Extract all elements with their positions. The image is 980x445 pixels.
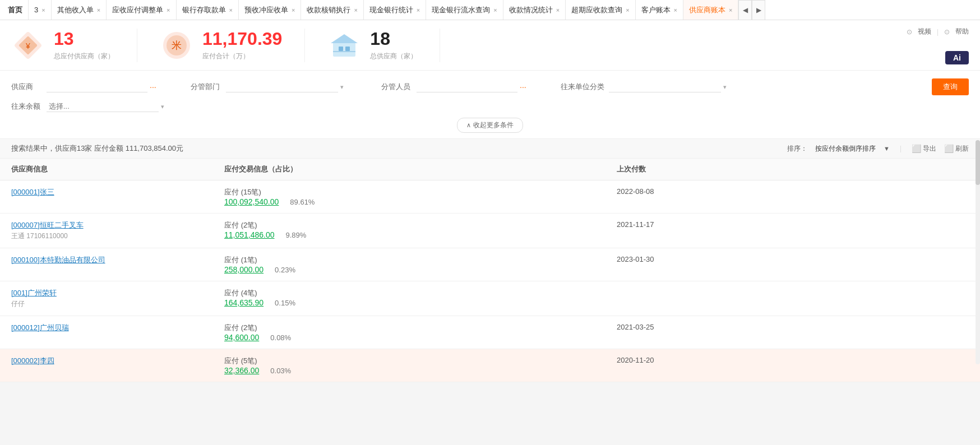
close-receipt-verify[interactable]: ×	[354, 7, 357, 13]
close-customer-account[interactable]: ×	[674, 7, 677, 13]
nav-tab-payable-adjust-label: 应收应付调整单	[112, 5, 163, 15]
table-row: [000001]张三应付 (15笔)100,092,540.0089.61%20…	[0, 180, 980, 214]
result-summary: 搜索结果中，供应商13家 应付金额 111,703,854.00元	[11, 143, 183, 154]
supplier-ellipsis[interactable]: ···	[150, 82, 156, 91]
close-cash-bank-flow[interactable]: ×	[493, 7, 497, 13]
rice-icon: 米	[160, 29, 193, 62]
export-button[interactable]: ⬜ 导出	[912, 144, 936, 154]
supplier-input[interactable]	[47, 81, 147, 92]
close-supplier-account[interactable]: ×	[729, 7, 732, 13]
nav-tab-home-label: 首页	[8, 5, 22, 15]
close-bank-deposit[interactable]: ×	[229, 7, 233, 13]
collapse-arrow-icon: ∧	[466, 122, 471, 129]
unit-category-label: 往来单位分类	[561, 82, 604, 92]
supplier-sub: 王通 17106110000	[11, 231, 202, 241]
nav-tab-prepay-receive[interactable]: 预收冲应收单 ×	[239, 0, 301, 20]
nav-arrow-right[interactable]: ▶	[752, 0, 765, 20]
scrollbar[interactable]	[976, 140, 980, 364]
tx-count: (2笔)	[241, 221, 257, 229]
svg-rect-8	[339, 47, 343, 51]
close-cash-bank-stat[interactable]: ×	[417, 7, 420, 13]
tx-info-cell: 应付 (1笔)258,000.000.23%	[213, 248, 605, 281]
video-link[interactable]: 视频	[918, 27, 931, 36]
search-row-2: 往来余额 ▾	[11, 101, 969, 112]
close-prepay-receive[interactable]: ×	[292, 7, 295, 13]
manager-label: 分管人员	[381, 82, 412, 92]
ai-button[interactable]: Ai	[945, 51, 969, 64]
scrollbar-thumb[interactable]	[976, 140, 980, 185]
supplier-info-cell: [000012]广州贝瑞	[0, 316, 213, 349]
result-bar: 搜索结果中，供应商13家 应付金额 111,703,854.00元 排序： 按应…	[0, 139, 980, 159]
balance-label: 往来余额	[11, 101, 42, 112]
nav-tab-payable-adjust[interactable]: 应收应付调整单 ×	[107, 0, 176, 20]
close-overdue-stat[interactable]: ×	[626, 7, 629, 13]
supplier-link[interactable]: [000002]李四	[11, 356, 54, 365]
supplier-link[interactable]: [000001]张三	[11, 188, 54, 196]
nav-tab-other-income[interactable]: 其他收入单 ×	[52, 0, 107, 20]
supplier-link[interactable]: [000012]广州贝瑞	[11, 323, 69, 332]
close-other-income[interactable]: ×	[97, 7, 100, 13]
nav-tab-other-income-label: 其他收入单	[57, 5, 94, 15]
stat-label-payable-amount: 应付合计（万）	[202, 52, 282, 61]
nav-tab-prepay-receive-label: 预收冲应收单	[244, 5, 288, 15]
supplier-link[interactable]: [000007]恒旺二手叉车	[11, 221, 84, 229]
unit-category-input[interactable]	[609, 81, 721, 92]
tx-count: (5笔)	[241, 356, 257, 365]
nav-tab-overdue-stat[interactable]: 超期应收款查询 ×	[566, 0, 635, 20]
tx-info-cell: 应付 (4笔)164,635.900.15%	[213, 281, 605, 316]
collapse-button[interactable]: ∧ 收起更多条件	[457, 118, 523, 133]
amount-link[interactable]: 100,092,540.00	[224, 197, 279, 206]
nav-tab-3[interactable]: 3 ×	[29, 0, 52, 20]
amount-link[interactable]: 258,000.00	[224, 265, 264, 274]
close-collection-stat[interactable]: ×	[556, 7, 560, 13]
sort-value[interactable]: 按应付余额倒序排序	[815, 144, 876, 154]
department-field: 分管部门 ▾	[191, 81, 370, 92]
tx-info-cell: 应付 (5笔)32,366.000.03%	[213, 349, 605, 382]
nav-arrow-left[interactable]: ◀	[738, 0, 752, 20]
stat-number-total-suppliers: 18	[370, 29, 417, 49]
table-row: [000012]广州贝瑞应付 (2笔)94,600.000.08%2021-03…	[0, 316, 980, 349]
export-icon: ⬜	[912, 144, 921, 153]
amount-link[interactable]: 32,366.00	[224, 366, 259, 375]
last-payment-date: 2023-01-30	[617, 255, 654, 263]
nav-tab-bank-deposit[interactable]: 银行存取款单 ×	[177, 0, 239, 20]
last-payment-cell: 2021-11-17	[605, 214, 980, 248]
manager-input[interactable]	[417, 81, 517, 92]
balance-input[interactable]	[47, 101, 159, 112]
unit-category-arrow[interactable]: ▾	[723, 84, 727, 91]
stat-info-payable-suppliers: 13 总应付供应商（家）	[54, 29, 114, 61]
manager-field: 分管人员 ···	[381, 81, 549, 92]
query-button[interactable]: 查询	[932, 78, 969, 95]
tx-percent: 9.89%	[286, 231, 307, 239]
amount-link[interactable]: 164,635.90	[224, 298, 264, 307]
balance-arrow[interactable]: ▾	[161, 103, 164, 110]
help-link[interactable]: 帮助	[955, 27, 969, 36]
close-tab-3[interactable]: ×	[41, 7, 45, 13]
supplier-link[interactable]: [001]广州荣轩	[11, 289, 57, 297]
manager-ellipsis[interactable]: ···	[520, 82, 526, 91]
nav-tab-3-label: 3	[34, 6, 38, 14]
nav-tab-receipt-verify[interactable]: 收款核销执行 ×	[301, 0, 363, 20]
nav-tab-supplier-account[interactable]: 供应商账本 ×	[683, 0, 738, 20]
sort-label: 排序：	[787, 144, 807, 154]
table-row: [000007]恒旺二手叉车王通 17106110000应付 (2笔)11,05…	[0, 214, 980, 248]
th-last-payment: 上次付数	[605, 159, 980, 180]
close-payable-adjust[interactable]: ×	[167, 7, 170, 13]
nav-tab-cash-bank-stat[interactable]: 现金银行统计 ×	[364, 0, 426, 20]
refresh-button[interactable]: ⬜ 刷新	[944, 144, 969, 154]
tx-percent: 0.23%	[275, 266, 295, 274]
th-tx-info: 应付交易信息（占比）	[213, 159, 605, 180]
last-payment-cell	[605, 281, 980, 316]
nav-tab-home[interactable]: 首页	[2, 0, 29, 20]
nav-tab-cash-bank-flow[interactable]: 现金银行流水查询 ×	[426, 0, 503, 20]
nav-tab-collection-stat[interactable]: 收款情况统计 ×	[503, 0, 566, 20]
nav-tab-customer-account[interactable]: 客户账本 ×	[636, 0, 683, 20]
supplier-link[interactable]: [000100]本特勤油品有限公司	[11, 256, 105, 264]
department-input[interactable]	[226, 81, 338, 92]
sort-down-icon[interactable]: ▼	[884, 145, 890, 152]
tx-label: 应付 (2笔)	[224, 323, 594, 333]
amount-link[interactable]: 11,051,486.00	[224, 230, 275, 239]
department-arrow[interactable]: ▾	[340, 84, 344, 91]
svg-rect-9	[345, 47, 350, 51]
amount-link[interactable]: 94,600.00	[224, 333, 259, 342]
